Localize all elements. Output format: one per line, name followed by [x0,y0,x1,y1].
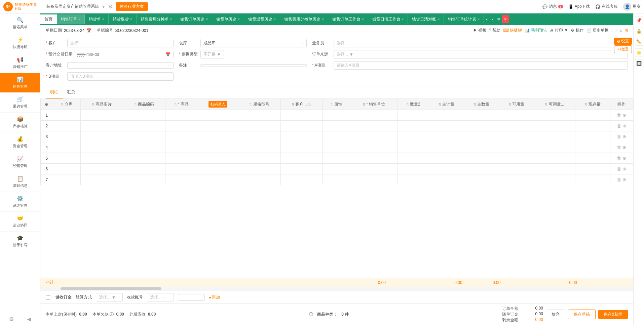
tab-slip-history[interactable]: 销货单历史 × [212,14,244,24]
account-select[interactable]: 选择... ··· [147,293,174,301]
amount-input[interactable]: 0.00 [178,294,205,301]
row-code-1[interactable] [123,110,165,121]
warehouse-input[interactable]: 成品库 ··· [200,39,307,47]
tab-order-workbench-close[interactable]: × [362,17,364,21]
settings-icon[interactable]: ⚙ [108,3,113,10]
row-product-1[interactable] [165,110,198,121]
system-dropdown-icon[interactable]: ▼ [102,4,106,9]
right-panel-icon-2[interactable]: 🔒 [635,27,643,35]
tab-home[interactable]: 首页 [40,14,57,24]
th-product[interactable]: ⇅ 商品 [165,99,198,110]
row-img-1[interactable] [80,110,123,121]
discard-button[interactable]: 放弃 [546,310,565,319]
delete-row-7-icon[interactable]: 🗑 [617,177,621,182]
tab-order-history-close[interactable]: × [206,17,208,21]
copy-row-6-icon[interactable]: ⊕ [622,166,626,171]
sidebar-item-search[interactable]: 🔍 搜索菜单 [0,13,40,33]
tab-expense-history-close[interactable]: × [322,17,324,21]
th-stock[interactable]: ⇅ 现存量 [575,99,610,110]
app-download-item[interactable]: 📱 App下载 [568,4,590,9]
copy-row-4-icon[interactable]: ⊕ [622,145,626,150]
tab-loan-reconcile-close[interactable]: × [438,17,440,21]
message-item[interactable]: 💬 消息 9 [542,4,563,9]
tab-prev-btn[interactable]: ‹ [484,15,490,23]
address-dots-icon[interactable]: ··· [168,64,171,67]
tab-order-history[interactable]: 销售订单历史 × [176,14,212,24]
right-panel-icon-1[interactable]: 📌 [635,16,643,24]
tab-detail[interactable]: 明细 [46,86,63,98]
copy-row-1-icon[interactable]: ⊕ [622,113,626,118]
operation-btn[interactable]: ⚙ 操作 [571,28,583,33]
address-input[interactable]: ··· [67,62,174,69]
shortcut-key-btn[interactable]: ⌨ 快捷键 [503,28,522,33]
warehouse-dots-icon[interactable]: ··· [301,41,304,45]
tab-sales-expense-close[interactable]: × [170,17,172,21]
delete-row-3-icon[interactable]: 🗑 [617,134,621,139]
video-btn[interactable]: ▶ 视频 [473,28,486,33]
tab-sales-return-close[interactable]: × [130,17,132,21]
scan-btn[interactable]: 扫码录入 [209,101,227,108]
row-unit-1[interactable] [350,110,397,121]
copy-row-2-icon[interactable]: ⊕ [622,123,626,128]
help-btn[interactable]: ? 帮助 [489,28,500,33]
delivery-input[interactable]: 📅 [74,51,174,58]
th-qty2[interactable]: ⇅ 数量2 [397,99,429,110]
tab-loan-daily-close[interactable]: × [402,17,404,21]
tab-sales-order-close[interactable]: × [78,17,80,21]
tab-slip-history-close[interactable]: × [238,17,240,21]
note-input[interactable] [200,64,307,67]
tab-sales-expense[interactable]: 销售费用分摊单 × [137,14,177,24]
tab-next-btn[interactable]: › [490,15,495,23]
tab-close-all-btn[interactable]: × [502,15,509,23]
a-project-input[interactable]: 请输入A项目 [334,61,628,70]
add-btn[interactable]: ● 添加 [209,294,220,300]
copy-row-3-icon[interactable]: ⊕ [622,134,626,139]
delete-row-4-icon[interactable]: 🗑 [617,145,621,150]
sidebar-item-shortcut[interactable]: ⚡ 快捷导航 [0,33,40,53]
nav-right-icon[interactable]: › [615,28,617,33]
customer-service-item[interactable]: 🎧 在线客服 [595,4,618,9]
scrollbar-thumb[interactable] [61,287,161,290]
collect-deposit-checkbox[interactable] [46,295,50,299]
view-grid-icon[interactable]: ⊞ [624,28,628,33]
th-customer-code[interactable]: ⇅ 客户... ⓘ [280,99,323,110]
history-btn[interactable]: 📄 历史单据 [586,28,609,33]
th-unit[interactable]: ⇅ 销售单位 [350,99,397,110]
right-panel-icon-3[interactable]: ✏️ [635,38,643,46]
delete-row-5-icon[interactable]: 🗑 [617,156,621,161]
tab-order-summary[interactable]: 销售订单统计表 × [444,14,484,24]
th-main-qty[interactable]: ⇅ 主数量 [464,99,499,110]
row-mainqty-1[interactable] [464,110,499,121]
sidebar-item-basic[interactable]: 📋 基础信息 [0,172,40,192]
sidebar-item-inventory[interactable]: 📦 库存核算 [0,113,40,132]
right-panel-icon-5[interactable]: 🔲 [635,59,643,67]
print-btn[interactable]: 🖨 打印 ▼ [550,28,568,33]
th-settings[interactable]: ⚙ [41,99,53,110]
b-project-input[interactable]: 请输入B项目 [67,72,174,81]
delivery-input-text[interactable] [77,52,165,57]
copy-row-7-icon[interactable]: ⊕ [622,177,626,182]
tab-order-workbench[interactable]: 销售订单工作台 × [328,14,368,24]
tab-sales-slip-close[interactable]: × [102,17,104,21]
tab-return-history-close[interactable]: × [274,17,276,21]
row-avail-1[interactable] [499,110,534,121]
sidebar-item-collab[interactable]: 🤝 企业协同 [0,212,40,232]
user-item[interactable]: 👤 用友 [623,3,641,11]
sidebar-item-system[interactable]: ⚙️ 系统管理 [0,192,40,212]
customer-dots-icon[interactable]: ··· [168,41,171,45]
sidebar-item-management[interactable]: 📈 经营管理 [0,152,40,172]
delete-row-2-icon[interactable]: 🗑 [617,123,621,128]
tab-expense-history[interactable]: 销售费用分摊单历史 × [280,14,328,24]
th-attr[interactable]: ⇅ 属性 [323,99,350,110]
tab-order-summary-close[interactable]: × [478,17,480,21]
profit-btn[interactable]: 📊 毛利预告 [525,28,547,33]
sidebar-item-marketing[interactable]: 📢 营销推广 [0,53,40,73]
industry-btn[interactable]: 体验行业方案 [116,2,148,11]
th-warehouse[interactable]: ⇅ 仓库 [53,99,80,110]
calendar-icon[interactable]: 📅 [86,28,91,33]
th-available2[interactable]: ⇅ 可用量... [534,99,575,110]
logistics-float-btn[interactable]: + 物流 [614,45,632,53]
sidebar-item-finance[interactable]: 💰 资金管理 [0,132,40,152]
row-mainunit-1[interactable] [429,110,464,121]
th-img[interactable]: ⇅ 商品图片 [80,99,123,110]
